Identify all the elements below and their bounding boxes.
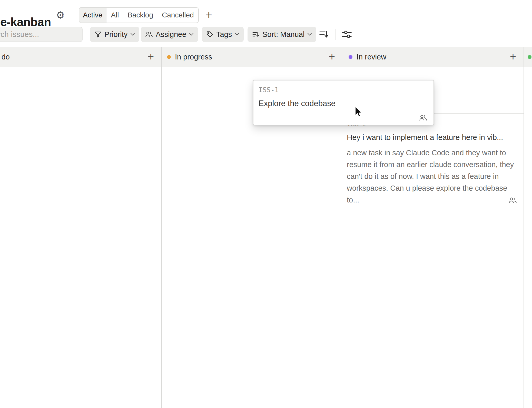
assignee-filter-button[interactable]: Assignee — [141, 27, 198, 42]
chevron-down-icon — [307, 33, 312, 36]
chevron-down-icon — [235, 33, 239, 36]
column-label: To do — [0, 53, 10, 61]
assignees-icon — [509, 197, 517, 205]
issue-card[interactable]: ISS-2 Hey i want to implement a feature … — [343, 114, 524, 208]
assignees-icon — [419, 114, 427, 122]
filterbar-separator — [243, 29, 243, 40]
settings-gear-icon[interactable]: ⚙ — [54, 9, 66, 21]
add-card-todo-button[interactable]: + — [145, 51, 157, 63]
sort-label: Sort: Manual — [262, 30, 304, 39]
priority-filter-label: Priority — [104, 30, 127, 39]
search-input[interactable] — [0, 27, 83, 42]
in-review-status-dot — [349, 55, 352, 59]
in-progress-status-dot — [167, 55, 171, 59]
column-label: In progress — [175, 53, 212, 61]
column-header-todo: To do — [0, 47, 10, 67]
issue-title: Explore the codebase — [259, 99, 336, 108]
column-label: In review — [357, 53, 386, 61]
column-header-in-review: In review — [349, 47, 386, 67]
people-icon — [145, 31, 153, 38]
dragged-issue-card[interactable]: ISS-1 Explore the codebase — [253, 80, 434, 125]
sliders-icon — [341, 29, 352, 39]
tags-filter-button[interactable]: Tags — [202, 27, 244, 42]
chevron-down-icon — [130, 33, 135, 36]
sort-order-button[interactable] — [318, 28, 330, 40]
kanban-app: vibe-kanban ⚙ Active All Backlog Cancell… — [0, 0, 532, 408]
add-card-in-progress-button[interactable]: + — [326, 51, 338, 63]
tag-icon — [206, 31, 213, 38]
tab-all[interactable]: All — [106, 8, 123, 23]
done-status-dot — [528, 55, 531, 59]
issue-id: ISS-1 — [259, 86, 279, 94]
issue-title: Hey i want to implement a feature here i… — [347, 133, 519, 142]
tags-filter-label: Tags — [216, 30, 232, 39]
priority-filter-button[interactable]: Priority — [90, 27, 139, 42]
sort-button[interactable]: Sort: Manual — [248, 27, 316, 42]
funnel-icon — [94, 31, 102, 38]
chevron-down-icon — [189, 33, 194, 36]
assignee-filter-label: Assignee — [156, 30, 186, 39]
sort-descending-icon — [252, 31, 260, 38]
add-card-in-review-button[interactable]: + — [507, 51, 519, 63]
mouse-cursor — [354, 106, 363, 118]
filterbar-separator — [336, 29, 336, 40]
column-header-done — [528, 47, 532, 67]
column-divider — [524, 47, 524, 408]
tab-cancelled[interactable]: Cancelled — [157, 8, 198, 23]
tab-active[interactable]: Active — [79, 8, 106, 23]
issue-description: a new task in say Claude Code and they w… — [347, 147, 518, 206]
board-header-strip — [0, 47, 532, 67]
column-header-in-progress: In progress — [167, 47, 212, 67]
sort-descending-icon — [319, 29, 329, 39]
add-view-button[interactable]: + — [203, 9, 215, 21]
column-divider — [161, 47, 162, 408]
display-settings-button[interactable] — [341, 28, 353, 40]
view-tabs: Active All Backlog Cancelled — [79, 7, 199, 23]
tab-backlog[interactable]: Backlog — [123, 8, 157, 23]
